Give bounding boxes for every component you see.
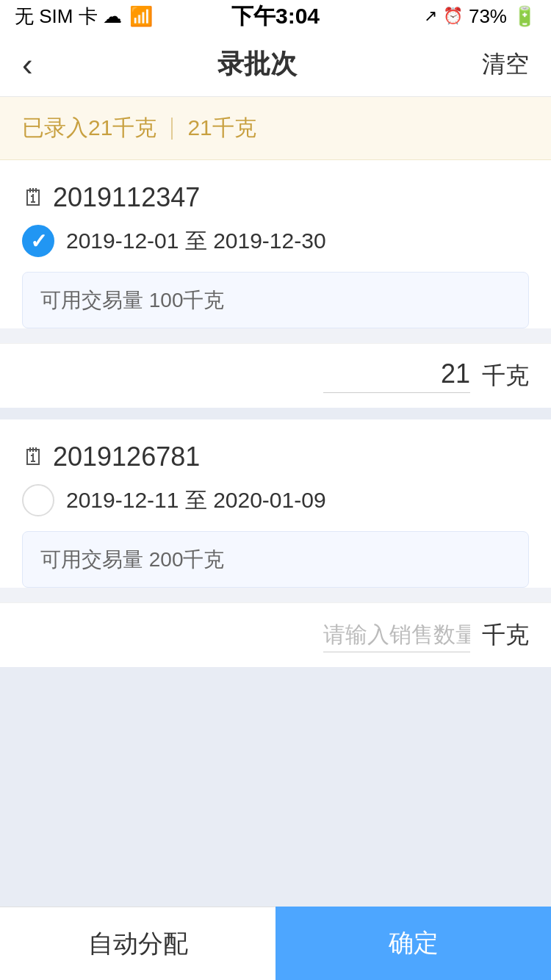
status-bar: 无 SIM 卡 ☁ 📶 下午3:04 ↗ ⏰ 73% 🔋: [0, 0, 551, 32]
summary-value: 21千克: [187, 113, 256, 143]
no-sim-label: 无 SIM 卡 ☁: [15, 4, 122, 29]
content-area: 🗓 2019112347 2019-12-01 至 2019-12-30 可用交…: [0, 160, 551, 980]
batch-2-header: 🗓 2019126781: [22, 442, 529, 472]
nav-bar: ‹ 录批次 清空: [0, 32, 551, 97]
batch-2-amount-input[interactable]: [323, 618, 470, 649]
batch-2-id: 2019126781: [53, 442, 200, 472]
batch-1-underline: [323, 392, 470, 393]
summary-divider: [171, 118, 173, 140]
batch-1-radio[interactable]: [22, 225, 54, 257]
status-left: 无 SIM 卡 ☁ 📶: [15, 4, 153, 29]
batch-1-amount-input[interactable]: [323, 359, 470, 389]
batch-1-icon: 🗓: [22, 184, 46, 212]
batch-1-input-container: [323, 359, 470, 393]
back-button[interactable]: ‹: [22, 48, 33, 81]
batch-1-qty-text: 可用交易量 100千克: [40, 289, 225, 311]
batch-item-1: 🗓 2019112347 2019-12-01 至 2019-12-30 可用交…: [0, 160, 551, 328]
section-separator: [0, 408, 551, 419]
summary-banner: 已录入21千克 21千克: [0, 97, 551, 160]
batch-2-date: 2019-12-11 至 2020-01-09: [66, 486, 326, 516]
confirm-button[interactable]: 确定: [276, 907, 551, 980]
location-icon: ↗: [424, 7, 437, 26]
batch-1-id: 2019112347: [53, 182, 200, 213]
batch-1-available-qty: 可用交易量 100千克: [22, 272, 529, 328]
batch-1-unit: 千克: [482, 360, 529, 392]
batch-2-date-row: 2019-12-11 至 2020-01-09: [22, 484, 529, 516]
batch-1-date-row: 2019-12-01 至 2019-12-30: [22, 225, 529, 257]
batch-2-underline: [323, 652, 470, 652]
alarm-icon: ⏰: [443, 7, 463, 26]
batch-2-available-qty: 可用交易量 200千克: [22, 531, 529, 588]
batch-1-header: 🗓 2019112347: [22, 182, 529, 213]
batch-2-unit: 千克: [482, 619, 529, 652]
clear-button[interactable]: 清空: [482, 48, 529, 81]
batch-2-icon: 🗓: [22, 444, 46, 471]
batch-1-date: 2019-12-01 至 2019-12-30: [66, 226, 326, 256]
auto-distribute-button[interactable]: 自动分配: [0, 907, 276, 980]
batch-2-radio[interactable]: [22, 484, 54, 516]
batch-1-amount-row: 千克: [0, 343, 551, 408]
batch-2-input-container: [323, 618, 470, 652]
page-title: 录批次: [217, 46, 297, 82]
batch-2-amount-row: 千克: [0, 602, 551, 667]
status-right: ↗ ⏰ 73% 🔋: [424, 5, 536, 28]
batch-item-2: 🗓 2019126781 2019-12-11 至 2020-01-09 可用交…: [0, 419, 551, 588]
battery-percent: 73%: [469, 5, 507, 28]
summary-label: 已录入21千克: [22, 113, 156, 143]
batch-2-qty-text: 可用交易量 200千克: [40, 548, 225, 571]
battery-icon: 🔋: [513, 5, 536, 28]
wifi-icon: 📶: [129, 5, 153, 28]
bottom-buttons: 自动分配 确定: [0, 907, 551, 980]
status-time: 下午3:04: [231, 1, 320, 32]
